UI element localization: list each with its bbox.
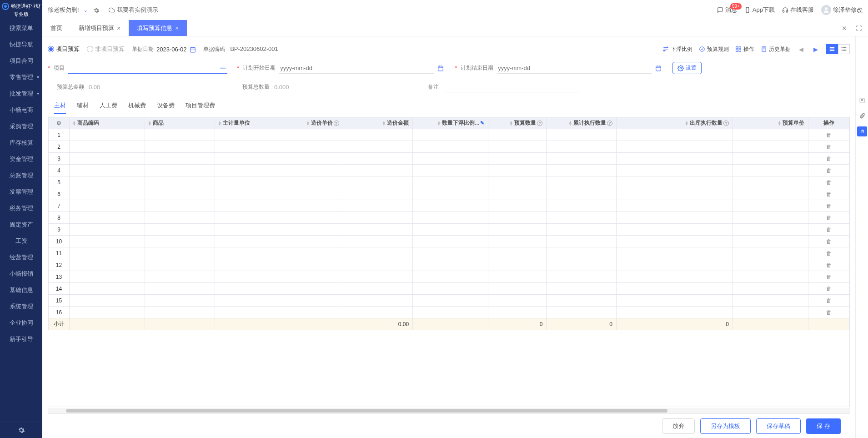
rail-note-button[interactable] [857,96,867,106]
table-row[interactable]: 8🗑 [49,212,849,224]
help-icon[interactable]: ? [723,121,729,126]
col-budget-qty[interactable]: ▴▾预算数量? [488,117,547,129]
cell[interactable] [145,200,215,212]
cell[interactable] [733,165,808,176]
cell[interactable] [343,141,413,153]
row-delete-button[interactable]: 🗑 [808,307,849,318]
row-delete-button[interactable]: 🗑 [808,283,849,295]
row-delete-button[interactable]: 🗑 [808,188,849,200]
cell[interactable] [70,212,145,224]
cell[interactable] [413,153,488,165]
cell[interactable] [70,141,145,153]
calendar-icon[interactable] [655,65,662,72]
cell[interactable] [145,212,215,224]
app-download-button[interactable]: App下载 [744,6,775,14]
project-lookup-button[interactable]: ⋯ [220,65,226,71]
cell[interactable] [145,247,215,259]
cell[interactable] [215,271,273,283]
help-icon[interactable]: ? [537,121,542,126]
col-cost-amount[interactable]: ▴▾造价金额 [343,117,413,129]
cell[interactable] [733,283,808,295]
cell[interactable] [343,259,413,271]
cell[interactable] [343,247,413,259]
cell[interactable] [145,307,215,318]
plan-start-input[interactable] [279,63,434,74]
cell[interactable] [547,224,617,236]
cell[interactable] [616,271,733,283]
edit-icon[interactable]: ✎ [480,120,484,126]
cell[interactable] [616,176,733,188]
table-row[interactable]: 14🗑 [49,283,849,295]
sidebar-item-1[interactable]: 快捷导航 [0,36,42,53]
col-qty-float-ratio[interactable]: ▴▾数量下浮比例...✎ [413,117,488,129]
cell[interactable] [616,212,733,224]
user-menu[interactable]: 徐泽华修改 [821,5,863,15]
subtab-0[interactable]: 主材 [54,98,66,114]
cell[interactable] [488,212,547,224]
cell[interactable] [343,153,413,165]
cell[interactable] [343,129,413,141]
cell[interactable] [70,200,145,212]
cell[interactable] [70,295,145,307]
col-product-code[interactable]: ▴▾商品编码 [70,117,145,129]
rail-attach-button[interactable] [857,111,867,121]
cell[interactable] [343,212,413,224]
cell[interactable] [547,141,617,153]
cell[interactable] [413,247,488,259]
cell[interactable] [215,295,273,307]
cell[interactable] [273,141,343,153]
sidebar-item-2[interactable]: 项目合同 [0,53,42,69]
subtab-3[interactable]: 机械费 [128,98,146,114]
table-row[interactable]: 6🗑 [49,188,849,200]
cell[interactable] [488,307,547,318]
tab-2[interactable]: 填写预算信息× [129,20,187,36]
radio-nonproject-budget[interactable]: 非项目预算 [87,45,125,53]
help-icon[interactable]: ? [334,121,339,126]
table-row[interactable]: 12🗑 [49,259,849,271]
table-row[interactable]: 5🗑 [49,176,849,188]
table-row[interactable]: 3🗑 [49,153,849,165]
cell[interactable] [273,200,343,212]
row-delete-button[interactable]: 🗑 [808,212,849,224]
help-icon[interactable]: ? [607,121,612,126]
cell[interactable] [616,165,733,176]
sidebar-item-11[interactable]: 税务管理 [0,200,42,216]
cell[interactable] [273,129,343,141]
sidebar-item-12[interactable]: 固定资产 [0,216,42,233]
view-list-button[interactable] [826,44,838,54]
col-budget-price[interactable]: ▴▾预算单价 [733,117,808,129]
close-icon[interactable]: × [117,25,120,32]
cell[interactable] [547,200,617,212]
cell[interactable] [215,200,273,212]
cell[interactable] [145,165,215,176]
cell[interactable] [616,153,733,165]
cell[interactable] [616,307,733,318]
cell[interactable] [547,307,617,318]
cell[interactable] [413,129,488,141]
cell[interactable] [547,176,617,188]
budget-rule-action[interactable]: 预算规则 [699,45,729,53]
cell[interactable] [733,212,808,224]
cell[interactable] [413,176,488,188]
cell[interactable] [488,153,547,165]
table-row[interactable]: 15🗑 [49,295,849,307]
sidebar-item-3[interactable]: 零售管理 [0,69,42,86]
cell[interactable] [273,236,343,247]
cell[interactable] [343,307,413,318]
subtab-1[interactable]: 辅材 [77,98,89,114]
cell[interactable] [145,259,215,271]
cell[interactable] [343,236,413,247]
messages-button[interactable]: 消息 99+ [717,6,737,14]
cell[interactable] [215,141,273,153]
sidebar-item-9[interactable]: 总账管理 [0,167,42,184]
cell[interactable] [343,188,413,200]
cell[interactable] [488,247,547,259]
cell[interactable] [273,176,343,188]
cell[interactable] [145,141,215,153]
sidebar-item-15[interactable]: 小畅报销 [0,266,42,282]
row-delete-button[interactable]: 🗑 [808,176,849,188]
cell[interactable] [413,188,488,200]
cell[interactable] [343,295,413,307]
view-card-button[interactable] [838,44,850,54]
cell[interactable] [70,176,145,188]
